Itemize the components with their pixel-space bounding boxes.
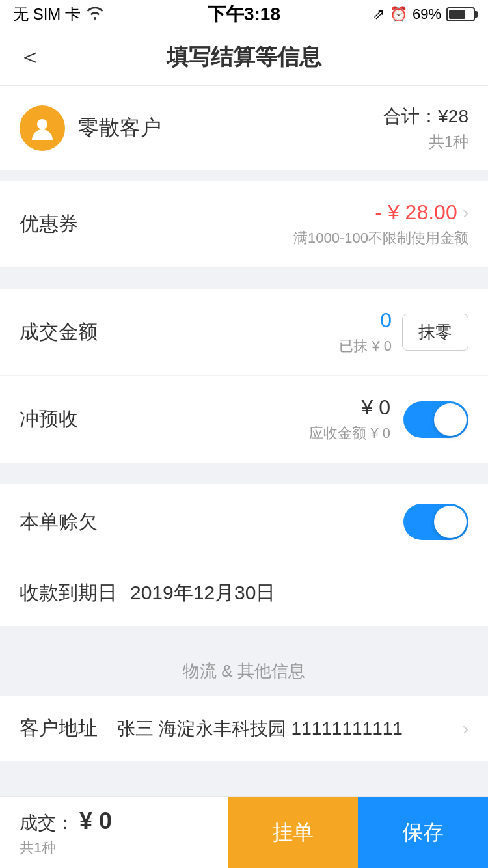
- bottom-bar: 成交： ¥ 0 共1种 挂单 保存: [0, 796, 488, 868]
- status-time: 下午3:18: [208, 2, 280, 27]
- logistics-divider: 物流 & 其他信息: [0, 647, 488, 696]
- separator-3: [0, 636, 488, 647]
- location-icon: ⇗: [373, 6, 385, 23]
- coupon-label: 优惠券: [20, 211, 98, 237]
- coupon-desc: 满1000-100不限制使用金额: [293, 228, 468, 248]
- back-button[interactable]: ＜: [18, 41, 42, 73]
- transaction-value-wrap: 0 已抹 ¥ 0: [339, 308, 392, 356]
- transaction-section: 成交金额 0 已抹 ¥ 0 抹零 冲预收 ¥ 0 应收金额 ¥ 0: [0, 289, 488, 463]
- chong-amount: ¥ 0: [362, 396, 390, 420]
- coupon-right: - ¥ 28.00 › 满1000-100不限制使用金额: [293, 200, 468, 248]
- total-amount: 合计：¥28: [383, 104, 468, 129]
- bendan-row: 本单赊欠: [0, 484, 488, 560]
- svg-point-0: [37, 119, 47, 129]
- status-left: 无 SIM 卡: [13, 4, 104, 25]
- coupon-value: - ¥ 28.00: [375, 200, 457, 224]
- due-date-label: 收款到期日: [20, 580, 117, 606]
- address-label: 客户地址: [20, 715, 98, 742]
- due-date-row: 收款到期日 2019年12月30日: [0, 560, 488, 626]
- status-bar: 无 SIM 卡 下午3:18 ⇗ ⏰ 69%: [0, 0, 488, 29]
- bendan-toggle[interactable]: [403, 504, 468, 540]
- separator-1: [0, 278, 488, 289]
- chong-right-wrap: ¥ 0 应收金额 ¥ 0: [309, 396, 468, 443]
- address-value: 张三 海淀永丰科技园 11111111111: [117, 716, 443, 741]
- toggle-knob: [434, 403, 467, 436]
- page-title: 填写结算等信息: [167, 42, 321, 72]
- divider-line-right: [318, 671, 468, 671]
- chong-label: 冲预收: [20, 406, 98, 433]
- transaction-right: 0 已抹 ¥ 0 抹零: [98, 308, 468, 356]
- separator-2: [0, 474, 488, 484]
- alarm-icon: ⏰: [390, 6, 407, 23]
- address-section: 客户地址 张三 海淀永丰科技园 11111111111 ›: [0, 696, 488, 761]
- address-chevron-icon: ›: [463, 718, 468, 739]
- customer-name: 零散客户: [78, 114, 161, 142]
- bendan-section: 本单赊欠 收款到期日 2019年12月30日: [0, 484, 488, 626]
- address-row[interactable]: 客户地址 张三 海淀永丰科技园 11111111111 ›: [0, 696, 488, 761]
- bendan-label: 本单赊欠: [20, 509, 98, 536]
- wifi-icon: [86, 5, 104, 23]
- chong-right: ¥ 0 应收金额 ¥ 0: [309, 396, 390, 443]
- carrier-text: 无 SIM 卡: [13, 4, 81, 25]
- divider-line-left: [20, 671, 170, 671]
- hold-button[interactable]: 挂单: [228, 797, 358, 869]
- chong-toggle[interactable]: [403, 401, 468, 438]
- customer-row: 零散客户 合计：¥28 共1种: [0, 86, 488, 170]
- nav-bar: ＜ 填写结算等信息: [0, 29, 488, 86]
- bottom-transaction-wrap: 成交： ¥ 0: [20, 807, 228, 835]
- logistics-label: 物流 & 其他信息: [183, 660, 305, 683]
- battery-percent: 69%: [413, 6, 441, 23]
- already-erased: 已抹 ¥ 0: [339, 336, 392, 356]
- coupon-chevron-icon: ›: [463, 202, 468, 223]
- bottom-transaction-label: 成交：: [20, 811, 74, 835]
- bendan-toggle-wrap: [403, 504, 468, 540]
- bottom-left: 成交： ¥ 0 共1种: [0, 807, 228, 858]
- coupon-row[interactable]: 优惠券 - ¥ 28.00 › 满1000-100不限制使用金额: [0, 181, 488, 268]
- transaction-value: 0: [339, 308, 392, 332]
- total-count: 共1种: [383, 131, 468, 152]
- chong-yushou-row: 冲预收 ¥ 0 应收金额 ¥ 0: [0, 376, 488, 463]
- round-zero-button[interactable]: 抹零: [402, 314, 468, 351]
- bottom-count: 共1种: [20, 838, 228, 858]
- content: 零散客户 合计：¥28 共1种 优惠券 - ¥ 28.00 › 满1000-10…: [0, 86, 488, 868]
- customer-total: 合计：¥28 共1种: [383, 104, 468, 152]
- coupon-section: 优惠券 - ¥ 28.00 › 满1000-100不限制使用金额: [0, 181, 488, 268]
- transaction-amount-row: 成交金额 0 已抹 ¥ 0 抹零: [0, 289, 488, 376]
- status-right: ⇗ ⏰ 69%: [373, 6, 475, 23]
- bendan-toggle-knob: [434, 506, 467, 538]
- bottom-transaction-amount: ¥ 0: [79, 807, 112, 835]
- due-date-value: 2019年12月30日: [130, 580, 275, 606]
- battery-icon: [446, 7, 475, 21]
- chong-receivable: 应收金额 ¥ 0: [309, 424, 390, 443]
- customer-section: 零散客户 合计：¥28 共1种: [0, 86, 488, 170]
- avatar: [20, 105, 65, 151]
- customer-left: 零散客户: [20, 105, 161, 151]
- save-button[interactable]: 保存: [358, 797, 488, 869]
- transaction-label: 成交金额: [20, 319, 98, 346]
